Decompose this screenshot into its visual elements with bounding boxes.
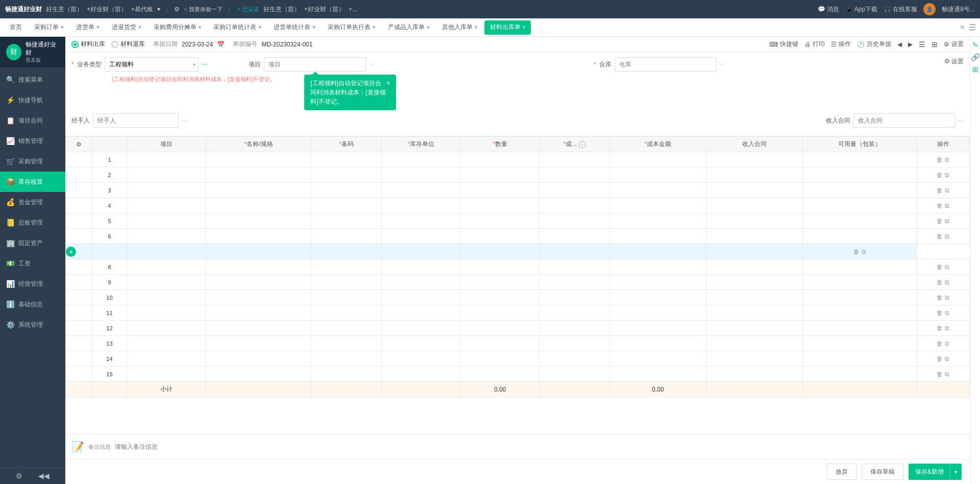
input-name-9[interactable]	[206, 275, 311, 289]
input-costamt-9[interactable]	[610, 275, 706, 289]
tab-product-in[interactable]: 产成品入库单 ×	[382, 20, 435, 35]
nav-good[interactable]: 好生意（苗）	[46, 5, 83, 14]
input-name-6[interactable]	[206, 229, 311, 244]
input-barcode-14[interactable]	[311, 351, 381, 366]
input-available-12[interactable]	[803, 321, 917, 335]
input-qty-11[interactable]	[461, 305, 540, 320]
input-cost-8[interactable]	[540, 259, 609, 274]
input-unit-4[interactable]	[382, 198, 460, 213]
input-contract-13[interactable]	[706, 336, 802, 351]
copy-icon-12[interactable]: ⧉	[945, 325, 949, 332]
tab-close-5[interactable]: ×	[258, 25, 261, 30]
copy-icon-10[interactable]: ⧉	[945, 294, 949, 301]
nav-easy[interactable]: +易代账	[131, 5, 153, 14]
input-available-10[interactable]	[803, 290, 917, 305]
copy-icon-15[interactable]: ⧉	[945, 371, 949, 378]
sidebar-item-salary[interactable]: 💵 工资	[0, 253, 65, 274]
sidebar-collapse-btn[interactable]: ◀◀	[38, 472, 50, 480]
input-barcode-1[interactable]	[311, 152, 381, 167]
copy-icon-5[interactable]: ⧉	[945, 217, 949, 225]
tab-purchase-order[interactable]: 采购订单 ×	[29, 20, 69, 35]
delete-icon-3[interactable]: 🗑	[937, 187, 943, 194]
input-costamt-1[interactable]	[610, 152, 706, 167]
input-barcode-10[interactable]	[311, 290, 381, 305]
delete-icon-5[interactable]: 🗑	[937, 217, 943, 225]
td-name-1[interactable]	[206, 152, 311, 167]
nav-dropdown[interactable]: ▾	[157, 6, 160, 13]
tooltip-close-btn[interactable]: ×	[386, 79, 390, 88]
input-available-8[interactable]	[803, 259, 917, 274]
input-project-12[interactable]	[127, 321, 206, 335]
copy-icon-1[interactable]: ⧉	[945, 156, 949, 163]
td-contract-1[interactable]	[706, 152, 803, 167]
tab-close-9[interactable]: ×	[475, 25, 478, 30]
project-input[interactable]	[264, 57, 366, 71]
input-costamt-15[interactable]	[610, 367, 706, 381]
sidebar-item-inventory[interactable]: 📦 库存核算	[0, 172, 65, 192]
input-name-1[interactable]	[206, 152, 311, 167]
input-project-8[interactable]	[127, 259, 206, 274]
save-new-main-label[interactable]: 保存&新增	[909, 464, 950, 479]
input-name-8[interactable]	[206, 259, 311, 274]
card-view-btn[interactable]: ⊞	[932, 40, 938, 49]
input-qty-14[interactable]	[461, 351, 540, 366]
sidebar-item-quicknav[interactable]: ⚡ 快捷导航	[0, 90, 65, 110]
input-costamt-3[interactable]	[610, 183, 706, 198]
input-available-6[interactable]	[803, 229, 917, 244]
td-project-1[interactable]	[127, 152, 206, 167]
input-name-10[interactable]	[206, 290, 311, 305]
input-name-13[interactable]	[206, 336, 311, 351]
input-name-12[interactable]	[206, 321, 311, 335]
input-costamt-5[interactable]	[610, 213, 706, 228]
td-costamt-1[interactable]	[609, 152, 706, 167]
input-costamt-13[interactable]	[610, 336, 706, 351]
verified-nav3[interactable]: +...	[349, 6, 357, 13]
tab-menu[interactable]: ☰	[969, 22, 976, 32]
input-contract-2[interactable]	[706, 167, 802, 182]
input-cost-9[interactable]	[540, 275, 609, 289]
tab-close-3[interactable]: ×	[138, 25, 141, 30]
input-costamt-4[interactable]	[610, 198, 706, 213]
tab-incoming[interactable]: 进货单 ×	[70, 20, 105, 35]
verified-nav2[interactable]: +好业财（苗）	[304, 5, 345, 14]
input-barcode-15[interactable]	[311, 367, 381, 381]
business-type-input[interactable]	[105, 57, 199, 71]
input-unit-10[interactable]	[382, 290, 460, 305]
sidebar-item-project[interactable]: 📋 项目合同	[0, 110, 65, 131]
income-contract-dots-icon[interactable]: ⋯	[959, 118, 964, 124]
input-qty-2[interactable]	[461, 167, 540, 182]
copy-icon-6[interactable]: ⧉	[945, 233, 949, 240]
agent-dots-icon[interactable]: ⋯	[182, 118, 187, 124]
input-contract-12[interactable]	[706, 321, 802, 335]
tab-close-10[interactable]: ×	[523, 25, 526, 30]
input-project-15[interactable]	[127, 367, 206, 381]
project-dots-icon[interactable]: ⋯	[369, 62, 374, 67]
copy-icon-7[interactable]: ⧉	[862, 248, 866, 255]
input-contract-9[interactable]	[706, 275, 802, 289]
next-btn[interactable]: ▶	[908, 41, 913, 48]
input-contract-8[interactable]	[706, 259, 802, 274]
td-cost-1[interactable]	[540, 152, 610, 167]
input-contract-6[interactable]	[706, 229, 802, 244]
input-costamt-2[interactable]	[610, 167, 706, 182]
input-unit-11[interactable]	[382, 305, 460, 320]
copy-icon-9[interactable]: ⧉	[945, 279, 949, 286]
input-available-9[interactable]	[803, 275, 917, 289]
input-barcode-3[interactable]	[311, 183, 381, 198]
tab-incoming-return[interactable]: 进退货货 ×	[106, 20, 147, 35]
input-available-5[interactable]	[803, 213, 917, 228]
input-costamt-6[interactable]	[610, 229, 706, 244]
sidebar-item-purchase[interactable]: 🛒 采购管理	[0, 151, 65, 172]
input-name-4[interactable]	[206, 198, 311, 213]
radio-material-out[interactable]: 材料出库	[71, 40, 105, 49]
input-project-4[interactable]	[127, 198, 206, 213]
online-service-btn[interactable]: 🎧 在线客服	[884, 5, 917, 14]
input-qty-7[interactable]	[382, 244, 460, 259]
input-unit-6[interactable]	[382, 229, 460, 244]
input-contract-15[interactable]	[706, 367, 802, 381]
app-download-btn[interactable]: 📱 App下载	[845, 5, 877, 14]
tab-purchase-stat[interactable]: 采购订单统计表 ×	[208, 20, 267, 35]
sidebar-item-finance[interactable]: 💰 资金管理	[0, 192, 65, 212]
tab-purchase-fee[interactable]: 采购费用分摊单 ×	[148, 20, 207, 35]
input-qty-5[interactable]	[461, 213, 540, 228]
